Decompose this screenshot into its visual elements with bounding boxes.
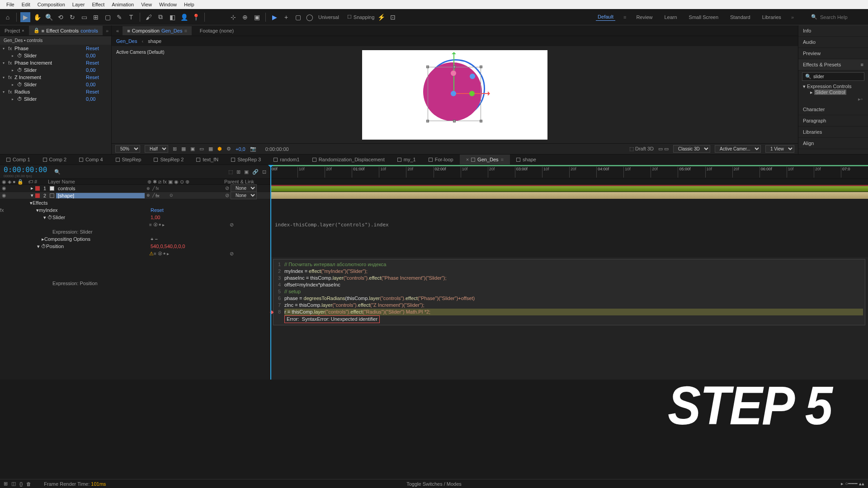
toggle-switches[interactable]: Toggle Switches / Modes	[406, 481, 462, 487]
tl-icon[interactable]: ⊞	[236, 169, 241, 175]
hand-tool[interactable]: ✋	[32, 12, 42, 22]
ep-item-slider-control[interactable]: ▸ Slider Control	[803, 89, 863, 95]
comp-tab-text-fn[interactable]: text_fN	[190, 155, 225, 164]
playhead[interactable]	[270, 165, 271, 380]
puppet-tool[interactable]: 📍	[191, 12, 201, 22]
grid-icon[interactable]: ⊞	[173, 146, 177, 152]
pen-tool[interactable]: ✎	[114, 12, 124, 22]
prop-myindex[interactable]: fx▾ myIndex Reset	[0, 206, 868, 214]
prop-slider[interactable]: ▾ ⏱ Slider 1,00	[0, 214, 868, 221]
tl-icon[interactable]: 🔗	[252, 169, 259, 175]
effect-slider[interactable]: ▸⏱Slider0,00	[0, 66, 111, 74]
expr-slider-text[interactable]: index-thisComp.layer("controls").index	[270, 222, 868, 228]
menu-help[interactable]: Help	[180, 2, 198, 7]
arrow-icon[interactable]: ▶	[269, 12, 279, 22]
tl-icon[interactable]: ⊡	[262, 169, 266, 175]
comp-tab-comp-1[interactable]: Comp 1	[0, 155, 37, 164]
ws-standard[interactable]: Standard	[728, 14, 752, 21]
comp-tab-steprep-2[interactable]: StepRep 2	[147, 155, 190, 164]
parent-dd[interactable]: None	[231, 184, 257, 192]
panel-audio[interactable]: Audio	[798, 37, 868, 48]
prop-position[interactable]: ▾ ⏱ Position 540,0,540,0,0,0	[0, 243, 868, 250]
effect-z-increment[interactable]: ▾fxZ IncrementReset	[0, 74, 111, 81]
ws-small[interactable]: Small Screen	[687, 14, 720, 21]
visibility-icon[interactable]: ◉	[2, 192, 7, 198]
viewport[interactable]: Active Camera (Default)	[112, 46, 798, 143]
label-color[interactable]	[35, 193, 40, 198]
ep-search[interactable]: 🔍 ×	[802, 72, 864, 81]
crumb-shape[interactable]: shape	[148, 38, 161, 44]
camera-tool[interactable]: ▭	[79, 12, 89, 22]
comp-tab-randomization-displacement[interactable]: Randomization_Displacement	[306, 155, 391, 164]
clone-tool[interactable]: ⧉	[156, 12, 165, 22]
crumb-gendes[interactable]: Gen_Des	[116, 38, 137, 44]
selection-bounds[interactable]	[428, 67, 481, 121]
effect-phase-increment[interactable]: ▾fxPhase IncrementReset	[0, 59, 111, 66]
roto-tool[interactable]: 👤	[179, 12, 189, 22]
shape-tool[interactable]: ▢	[103, 12, 113, 22]
add-icon[interactable]: +	[281, 12, 291, 22]
3d-icon[interactable]: ⬢	[217, 146, 222, 152]
menu-composition[interactable]: Composition	[34, 2, 69, 7]
expr-icons[interactable]: ≡ ⦿ ◉ ▸	[149, 222, 165, 227]
comp-tab-my-1[interactable]: my_1	[391, 155, 422, 164]
camera-dd[interactable]: Active Camer...	[715, 145, 761, 153]
menu-window[interactable]: Window	[156, 2, 180, 7]
prop-effects[interactable]: ▾ Effects	[0, 199, 868, 206]
effect-radius[interactable]: ▾fxRadiusReset	[0, 88, 111, 95]
tl-icon[interactable]: ▣	[244, 169, 249, 175]
menu-edit[interactable]: Edit	[18, 2, 34, 7]
brush-tool[interactable]: 🖌	[144, 12, 154, 22]
comp-tab-random1[interactable]: random1	[267, 155, 306, 164]
tab-effect-controls[interactable]: 🔒 ■ Effect Controls controls	[29, 26, 103, 35]
circ-icon[interactable]: ◯	[305, 12, 315, 22]
current-timecode[interactable]: 0:00:00:00	[4, 165, 47, 174]
ws-libraries[interactable]: Libraries	[760, 14, 783, 21]
comp-tab-shape[interactable]: shape	[510, 155, 542, 164]
menu-layer[interactable]: Layer	[69, 2, 89, 7]
search-help-input[interactable]	[820, 14, 865, 20]
effect-phase[interactable]: ▾fxPhaseReset	[0, 45, 111, 52]
panel-preview[interactable]: Preview	[798, 48, 868, 59]
time-ruler[interactable]: 00f10f20f01:00f10f20f02:00f10f20f03:00f1…	[270, 167, 868, 178]
text-tool[interactable]: T	[126, 12, 136, 22]
comp-tab-comp-4[interactable]: Comp 4	[73, 155, 109, 164]
parent-dd[interactable]: None	[231, 192, 257, 199]
guides-icon[interactable]: ▦	[181, 146, 186, 152]
comp-tab-gen-des[interactable]: ×Gen_Des≡	[460, 155, 510, 164]
ws-learn[interactable]: Learn	[662, 14, 679, 21]
ws-default[interactable]: Default	[596, 13, 615, 21]
menu-effect[interactable]: Effect	[88, 2, 108, 7]
snapshot-icon[interactable]: 📷	[250, 146, 256, 152]
snapping-label[interactable]: Snapping	[354, 14, 375, 20]
layer-row-controls[interactable]: ◉ ▸ 1 controls ⊕ ╱ fx ⊘ None	[0, 185, 868, 192]
panel-paragraph[interactable]: Paragraph	[798, 115, 868, 127]
panel-align[interactable]: Align	[798, 138, 868, 149]
panel-libraries[interactable]: Libraries	[798, 127, 868, 138]
label-color[interactable]	[35, 186, 40, 191]
tab-project[interactable]: Project×	[0, 26, 29, 35]
sb-icon[interactable]: {}	[19, 481, 23, 487]
renderer-dd[interactable]: Classic 3D	[673, 145, 710, 153]
comp-tab-comp-2[interactable]: Comp 2	[37, 155, 73, 164]
rotate-tool[interactable]: ↻	[67, 12, 77, 22]
work-area[interactable]	[270, 165, 868, 166]
effect-slider[interactable]: ▸⏱Slider0,00	[0, 52, 111, 59]
panel-effects-presets[interactable]: Effects & Presets≡	[798, 59, 868, 70]
comp-tab-steprep[interactable]: StepRep	[109, 155, 148, 164]
effect-slider[interactable]: ▸⏱Slider0,00	[0, 95, 111, 103]
sb-icon[interactable]: 🗑	[26, 481, 31, 487]
zoom-tool[interactable]: 🔍	[44, 12, 54, 22]
res-dropdown[interactable]: Half	[145, 145, 168, 153]
ws-review[interactable]: Review	[634, 14, 654, 21]
views-dd[interactable]: 1 View	[765, 145, 794, 153]
orbit-tool[interactable]: ⟲	[56, 12, 66, 22]
prop-compositing[interactable]: ▸ Compositing Options + −	[0, 235, 868, 243]
panel-character[interactable]: Character	[798, 104, 868, 115]
eraser-tool[interactable]: ◧	[167, 12, 177, 22]
mask-vis-icon[interactable]: ▣	[190, 146, 195, 152]
expr-icons[interactable]: ≡ ⦿ ◉ ▸	[154, 251, 169, 256]
visibility-icon[interactable]: ◉	[2, 185, 7, 191]
warning-icon[interactable]: ⚠	[149, 251, 154, 257]
ep-search-input[interactable]	[813, 74, 868, 79]
